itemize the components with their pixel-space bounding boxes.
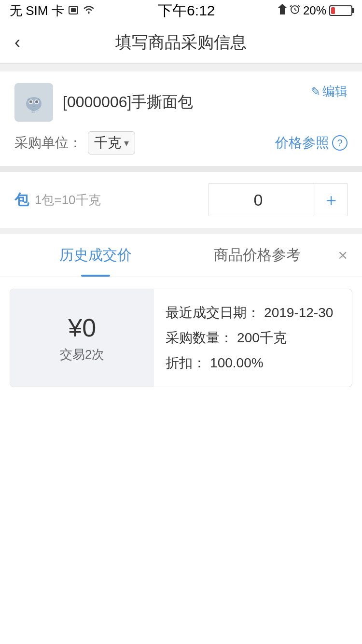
discount-row: 折扣： 100.00%: [166, 354, 340, 372]
svg-line-5: [295, 10, 296, 11]
pack-unit-label: 包: [14, 190, 29, 210]
purchase-quantity-row: 采购数量： 200千克: [166, 329, 340, 347]
back-button[interactable]: ‹: [14, 32, 43, 53]
discount-value: 100.00%: [210, 355, 264, 370]
quantity-plus-button[interactable]: ＋: [315, 183, 348, 216]
yen-symbol: ¥: [68, 314, 82, 342]
battery-icon: [329, 5, 352, 16]
price-reference-button[interactable]: 价格参照 ?: [275, 134, 348, 152]
alarm-icon: [290, 4, 300, 17]
status-right: 20%: [278, 4, 352, 17]
page-title: 填写商品采购信息: [115, 31, 247, 54]
tab-price-reference[interactable]: 商品价格参考: [176, 234, 338, 277]
quantity-right: ＋: [209, 183, 348, 216]
sim-card-icon: [68, 3, 79, 18]
status-time: 下午6:12: [158, 1, 215, 21]
history-trade-count: 交易2次: [60, 346, 104, 363]
svg-marker-2: [278, 4, 287, 14]
price-ref-label: 价格参照: [275, 134, 329, 152]
edit-icon: ✎: [311, 85, 320, 98]
price-amount: 0: [82, 314, 96, 342]
edit-button[interactable]: ✎ 编辑: [311, 83, 348, 100]
status-bar: 无 SIM 卡 下午6:12: [0, 0, 362, 21]
product-name: [0000006]手撕面包: [63, 92, 193, 113]
edit-label: 编辑: [322, 83, 348, 100]
product-unit-row: 采购单位： 千克 ▾ 价格参照 ?: [14, 131, 348, 154]
product-info: 数计 [0000006]手撕面包: [14, 83, 193, 122]
section-separator: [0, 166, 362, 172]
svg-line-7: [298, 5, 300, 7]
location-icon: [278, 4, 287, 17]
svg-text:数计: 数计: [31, 109, 39, 113]
price-ref-help-icon: ?: [332, 135, 348, 151]
tab-close-button[interactable]: ×: [338, 234, 348, 276]
history-price-value: ¥0: [68, 313, 96, 342]
latest-date-label: 最近成交日期：: [166, 305, 260, 320]
product-thumbnail: 数计: [14, 83, 53, 122]
bottom-area: [0, 399, 362, 644]
tab-history-price[interactable]: 历史成交价: [14, 234, 176, 277]
product-header: 数计 [0000006]手撕面包 ✎ 编辑: [14, 83, 348, 122]
history-card: ¥0 交易2次 最近成交日期： 2019-12-30 采购数量： 200千克 折…: [10, 289, 352, 387]
history-detail: 最近成交日期： 2019-12-30 采购数量： 200千克 折扣： 100.0…: [154, 289, 352, 387]
unit-value: 千克: [94, 134, 121, 152]
status-left: 无 SIM 卡: [10, 2, 95, 19]
tab-price-ref-label: 商品价格参考: [214, 247, 301, 263]
svg-point-12: [35, 100, 38, 103]
wifi-icon: [83, 3, 95, 18]
pack-conversion-label: 1包=10千克: [35, 192, 101, 209]
tab-history-label: 历史成交价: [59, 247, 132, 263]
quantity-left: 包 1包=10千克: [14, 190, 101, 210]
network-label: 无 SIM 卡: [10, 2, 64, 19]
unit-label: 采购单位：: [14, 134, 82, 152]
battery-percent: 20%: [303, 4, 326, 17]
quantity-row: 包 1包=10千克 ＋: [0, 172, 362, 228]
dropdown-arrow-icon: ▾: [124, 137, 129, 149]
nav-bar: ‹ 填写商品采购信息: [0, 21, 362, 64]
history-content: ¥0 交易2次 最近成交日期： 2019-12-30 采购数量： 200千克 折…: [0, 277, 362, 399]
quantity-detail-label: 采购数量：: [166, 330, 233, 345]
svg-point-11: [29, 100, 32, 103]
latest-date-value: 2019-12-30: [264, 305, 333, 320]
svg-rect-1: [71, 8, 76, 12]
tab-bar: 历史成交价 商品价格参考 ×: [0, 234, 362, 277]
unit-left: 采购单位： 千克 ▾: [14, 131, 135, 154]
quantity-detail-value: 200千克: [237, 330, 287, 345]
discount-label: 折扣：: [166, 355, 206, 370]
quantity-input[interactable]: [209, 183, 315, 216]
latest-date-row: 最近成交日期： 2019-12-30: [166, 304, 340, 322]
unit-select-dropdown[interactable]: 千克 ▾: [88, 131, 135, 154]
product-card: 数计 [0000006]手撕面包 ✎ 编辑 采购单位： 千克 ▾ 价格参照 ?: [0, 71, 362, 166]
history-price-summary: ¥0 交易2次: [10, 289, 154, 387]
svg-line-6: [290, 5, 292, 7]
